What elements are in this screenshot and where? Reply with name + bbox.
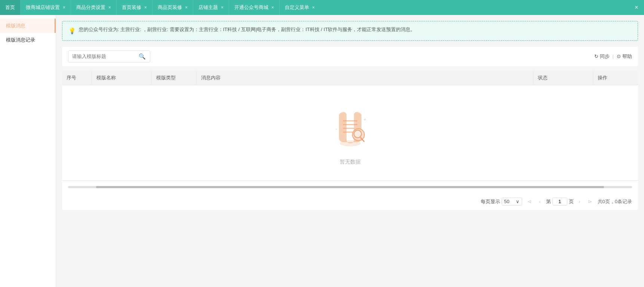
notice-icon: 💡 — [68, 26, 76, 36]
nav-tab-mall[interactable]: 开通公众号商城× — [229, 0, 280, 15]
nav-tab-product[interactable]: 商品页装修× — [152, 0, 193, 15]
table-header: 序号模版名称模版类型消息内容状态操作 — [62, 71, 638, 85]
notice-text: 您的公众号行业为: 主营行业: ，副营行业: 需要设置为：主营行业：IT科技 /… — [79, 26, 415, 34]
search-input-wrap: 🔍 — [68, 51, 150, 62]
nav-tab-homepage[interactable]: 首页装修× — [117, 0, 152, 15]
search-input[interactable] — [68, 51, 136, 61]
nav-tab-label: 首页 — [5, 4, 15, 11]
table-header-type: 模版类型 — [152, 71, 197, 85]
nav-tab-label: 店铺主题 — [198, 4, 218, 11]
table-header-index: 序号 — [62, 71, 92, 85]
empty-illustration: ✦ ✦ — [328, 108, 373, 153]
empty-state: ✦ ✦ 暂无数据 — [62, 85, 638, 180]
table-header-status: 状态 — [533, 71, 593, 85]
nav-tab-close-theme[interactable]: × — [221, 5, 224, 10]
nav-tab-weshop[interactable]: 微商城店铺设置× — [21, 0, 71, 15]
sidebar-item-template-records[interactable]: 模版消息记录 — [0, 33, 56, 47]
search-icon: 🔍 — [139, 53, 146, 59]
table-header-name: 模版名称 — [92, 71, 152, 85]
first-page-button[interactable]: ⊲ — [525, 197, 534, 206]
prev-page-button[interactable]: ‹ — [536, 197, 545, 206]
svg-point-6 — [354, 130, 361, 138]
page-size-dropdown[interactable]: 50 ∨ — [502, 198, 522, 205]
sidebar: 模版消息模版消息记录 — [0, 15, 56, 287]
page-navigation: ⊲ ‹ 第 页 › ⊳ — [525, 197, 595, 206]
nav-tab-close-product[interactable]: × — [185, 5, 188, 10]
notice-box: 💡 您的公众号行业为: 主营行业: ，副营行业: 需要设置为：主营行业：IT科技… — [62, 21, 638, 41]
svg-text:✦: ✦ — [335, 128, 338, 131]
page-total: 共0页，0条记录 — [598, 198, 632, 205]
nav-tab-menu[interactable]: 自定义菜单× — [280, 0, 314, 15]
last-page-button[interactable]: ⊳ — [586, 197, 595, 206]
svg-text:✦: ✦ — [363, 117, 366, 122]
next-page-button[interactable]: › — [575, 197, 584, 206]
nav-tab-label: 商品分类设置 — [76, 4, 105, 11]
nav-tab-close-category[interactable]: × — [108, 5, 111, 10]
nav-tab-theme[interactable]: 店铺主题× — [193, 0, 229, 15]
scrollbar-area — [62, 180, 638, 193]
page-number-input[interactable] — [552, 198, 567, 205]
pagination: 每页显示 50 ∨ ⊲ ‹ 第 页 › ⊳ 共0页，0条记录 — [62, 193, 638, 210]
nav-tab-label: 自定义菜单 — [285, 4, 309, 11]
nav-tab-close-menu[interactable]: × — [312, 5, 314, 10]
search-bar: 🔍 ↻ 同步 | ⊙ 帮助 — [62, 47, 638, 66]
table-header-action: 操作 — [593, 71, 638, 85]
data-table: 序号模版名称模版类型消息内容状态操作 — [62, 71, 638, 193]
help-icon: ⊙ — [617, 54, 621, 59]
window-close-button[interactable]: × — [629, 0, 644, 15]
content-area: 💡 您的公众号行业为: 主营行业: ，副营行业: 需要设置为：主营行业：IT科技… — [56, 15, 644, 287]
nav-tab-home[interactable]: 首页 — [0, 0, 21, 15]
toolbar-right: ↻ 同步 | ⊙ 帮助 — [594, 53, 632, 60]
scrollbar-thumb[interactable] — [96, 186, 604, 188]
page-size-select: 每页显示 50 ∨ — [481, 198, 522, 205]
top-nav: 首页微商城店铺设置×商品分类设置×首页装修×商品页装修×店铺主题×开通公众号商城… — [0, 0, 644, 15]
table-header-content: 消息内容 — [197, 71, 533, 85]
nav-tab-label: 首页装修 — [122, 4, 141, 11]
nav-tab-category[interactable]: 商品分类设置× — [71, 0, 117, 15]
nav-tab-close-homepage[interactable]: × — [144, 5, 147, 10]
sync-button[interactable]: ↻ 同步 — [594, 53, 610, 60]
chevron-down-icon: ∨ — [516, 199, 520, 204]
sync-icon: ↻ — [594, 54, 598, 59]
divider: | — [613, 54, 614, 59]
sidebar-item-template-msg[interactable]: 模版消息 — [0, 19, 56, 33]
empty-state-text: 暂无数据 — [340, 159, 361, 165]
horizontal-scrollbar[interactable] — [68, 186, 632, 188]
nav-tab-label: 开通公众号商城 — [234, 4, 268, 11]
nav-tab-label: 微商城店铺设置 — [26, 4, 60, 11]
nav-tab-close-weshop[interactable]: × — [63, 5, 65, 10]
main-layout: 模版消息模版消息记录 💡 您的公众号行业为: 主营行业: ，副营行业: 需要设置… — [0, 15, 644, 287]
nav-tab-close-mall[interactable]: × — [271, 5, 274, 10]
search-button[interactable]: 🔍 — [136, 51, 149, 62]
nav-tab-label: 商品页装修 — [158, 4, 182, 11]
help-button[interactable]: ⊙ 帮助 — [617, 53, 632, 60]
